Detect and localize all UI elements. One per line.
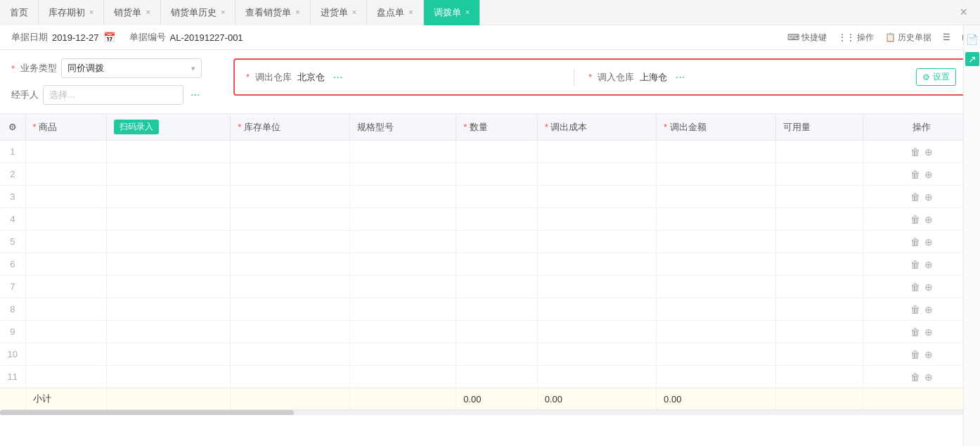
row-product[interactable] (25, 366, 107, 388)
row-cost[interactable] (537, 343, 656, 366)
row-product[interactable] (25, 276, 107, 298)
row-qty[interactable] (456, 276, 538, 298)
row-unit[interactable] (231, 366, 349, 388)
row-cost[interactable] (537, 186, 656, 208)
tab-sales-history[interactable]: 销货单历史 × (161, 0, 236, 25)
history-btn[interactable]: 📋 历史单据 (885, 32, 931, 44)
row-product[interactable] (25, 321, 107, 343)
settings-button[interactable]: ⚙ 设置 (916, 68, 956, 86)
row-spec[interactable] (349, 366, 456, 388)
tab-sales-order[interactable]: 销货单 × (104, 0, 160, 25)
tab-sales-order-close[interactable]: × (146, 8, 150, 16)
row-qty[interactable] (456, 163, 538, 186)
copy-icon[interactable]: ⊕ (924, 349, 933, 360)
row-spec[interactable] (349, 186, 456, 208)
copy-icon[interactable]: ⊕ (924, 259, 933, 270)
row-product[interactable] (25, 343, 107, 366)
row-spec[interactable] (349, 276, 456, 298)
copy-icon[interactable]: ⊕ (924, 214, 933, 225)
row-unit[interactable] (231, 321, 349, 343)
row-qty[interactable] (456, 186, 538, 208)
row-spec[interactable] (349, 343, 456, 366)
row-amount[interactable] (657, 186, 775, 208)
row-product[interactable] (25, 163, 107, 186)
row-amount[interactable] (657, 343, 775, 366)
tab-transfer-close[interactable]: × (465, 8, 470, 16)
row-amount[interactable] (657, 321, 775, 343)
operations-btn[interactable]: ⋮⋮ 操作 (838, 32, 874, 44)
row-amount[interactable] (657, 276, 775, 298)
tab-home[interactable]: 首页 (0, 0, 39, 25)
shortcuts-btn[interactable]: ⌨ 快捷键 (787, 32, 827, 44)
tab-view-sales[interactable]: 查看销货单 × (236, 0, 310, 25)
row-spec[interactable] (349, 298, 456, 321)
row-unit[interactable] (231, 343, 349, 366)
row-amount[interactable] (657, 163, 775, 186)
delete-icon[interactable]: 🗑 (910, 191, 920, 203)
business-type-select[interactable]: 同价调拨 ▾ (61, 58, 202, 78)
row-spec[interactable] (349, 163, 456, 186)
handler-more-icon[interactable]: ··· (188, 89, 202, 101)
row-unit[interactable] (231, 298, 349, 321)
row-cost[interactable] (537, 163, 656, 186)
row-amount[interactable] (657, 208, 775, 231)
copy-icon[interactable]: ⊕ (924, 281, 933, 293)
horizontal-scrollbar[interactable] (0, 409, 980, 415)
row-product[interactable] (25, 231, 107, 253)
row-product[interactable] (25, 298, 107, 321)
tab-sales-history-close[interactable]: × (221, 8, 225, 16)
row-product[interactable] (25, 253, 107, 276)
tab-transfer[interactable]: 调拨单 × (424, 0, 480, 25)
row-unit[interactable] (231, 276, 349, 298)
row-cost[interactable] (537, 208, 656, 231)
row-qty[interactable] (456, 298, 538, 321)
row-unit[interactable] (231, 231, 349, 253)
tab-inventory-init-close[interactable]: × (89, 8, 94, 16)
copy-icon[interactable]: ⊕ (924, 146, 933, 158)
row-cost[interactable] (537, 141, 656, 163)
tab-stocktake[interactable]: 盘点单 × (367, 0, 423, 25)
row-product[interactable] (25, 208, 107, 231)
scan-button[interactable]: 扫码录入 (114, 120, 159, 134)
row-amount[interactable] (657, 298, 775, 321)
row-unit[interactable] (231, 253, 349, 276)
row-product[interactable] (25, 186, 107, 208)
delete-icon[interactable]: 🗑 (910, 169, 920, 180)
row-unit[interactable] (231, 163, 349, 186)
row-qty[interactable] (456, 343, 538, 366)
delete-icon[interactable]: 🗑 (910, 304, 920, 315)
row-amount[interactable] (657, 366, 775, 388)
handler-select[interactable]: 选择... (43, 85, 183, 105)
row-cost[interactable] (537, 298, 656, 321)
row-spec[interactable] (349, 321, 456, 343)
row-qty[interactable] (456, 321, 538, 343)
tab-stocktake-close[interactable]: × (408, 8, 413, 16)
row-qty[interactable] (456, 208, 538, 231)
row-unit[interactable] (231, 186, 349, 208)
delete-icon[interactable]: 🗑 (910, 281, 920, 293)
copy-icon[interactable]: ⊕ (924, 169, 933, 180)
th-settings[interactable]: ⚙ (0, 114, 25, 141)
row-spec[interactable] (349, 208, 456, 231)
delete-icon[interactable]: 🗑 (910, 214, 920, 225)
warehouse-out-more-icon[interactable]: ··· (330, 71, 345, 84)
copy-icon[interactable]: ⊕ (924, 326, 933, 338)
delete-icon[interactable]: 🗑 (910, 236, 920, 248)
row-qty[interactable] (456, 141, 538, 163)
row-cost[interactable] (537, 321, 656, 343)
row-cost[interactable] (537, 366, 656, 388)
delete-icon[interactable]: 🗑 (910, 349, 920, 360)
copy-icon[interactable]: ⊕ (924, 371, 933, 383)
layout-btn-list[interactable]: ☰ (943, 32, 950, 42)
row-spec[interactable] (349, 231, 456, 253)
row-product[interactable] (25, 141, 107, 163)
tab-view-sales-close[interactable]: × (295, 8, 299, 16)
warehouse-in-more-icon[interactable]: ··· (673, 71, 688, 84)
row-cost[interactable] (537, 253, 656, 276)
delete-icon[interactable]: 🗑 (910, 326, 920, 338)
row-qty[interactable] (456, 366, 538, 388)
delete-icon[interactable]: 🗑 (910, 146, 920, 158)
tab-purchase[interactable]: 进货单 × (311, 0, 367, 25)
copy-icon[interactable]: ⊕ (924, 191, 933, 203)
row-spec[interactable] (349, 141, 456, 163)
